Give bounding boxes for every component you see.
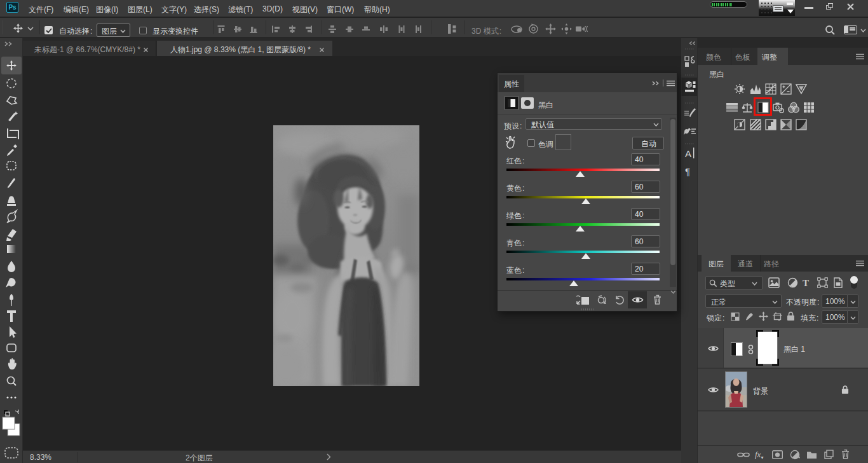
svg-text:¶: ¶ [685, 166, 690, 177]
svg-text:A: A [685, 148, 691, 159]
